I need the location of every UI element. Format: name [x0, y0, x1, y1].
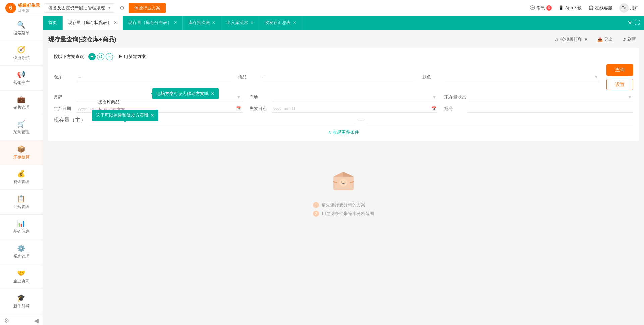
tab-inout-flow-label: 出入库流水 [226, 20, 248, 26]
sidebar-item-inventory[interactable]: 📦 库存核算 [0, 140, 43, 165]
origin-dropdown-icon: ▼ [432, 95, 436, 100]
svg-point-3 [339, 179, 347, 187]
sidebar-collapse-icon[interactable]: ◀ [34, 317, 39, 324]
tab-receive-summary[interactable]: 收发存汇总表 ✕ [259, 16, 302, 30]
collapse-up-icon: ∧ [328, 130, 331, 135]
phone-icon: 📱 [558, 5, 564, 10]
empty-text: 1 请先选择要分析的方案 2 用过滤条件来缩小分析范围 [313, 201, 374, 218]
product-select[interactable]: ··· [261, 73, 415, 81]
qty-max-input[interactable] [366, 116, 633, 124]
sidebar-label-enterprise: 企业协同 [13, 278, 30, 284]
back-scheme-button[interactable]: « [106, 53, 113, 60]
quicknav-icon: 🧭 [17, 46, 25, 54]
marketing-icon: 📢 [17, 70, 25, 78]
settings-icon[interactable]: ⚙ [119, 4, 125, 12]
sidebar-item-sales[interactable]: 💼 销售管理 [0, 91, 43, 115]
sidebar-item-enterprise[interactable]: 🤝 企业协同 [0, 264, 43, 289]
sidebar-settings-icon[interactable]: ⚙ [4, 317, 9, 324]
export-button[interactable]: 📤 导出 [595, 35, 615, 44]
batch-label: 批号 [444, 106, 465, 112]
warehouse-select[interactable]: ··· [76, 73, 231, 81]
tab-inventory-dist-close[interactable]: ✕ [174, 20, 177, 25]
status-select[interactable]: ▼ [469, 93, 633, 101]
tab-inout-flow[interactable]: 出入库流水 ✕ [221, 16, 259, 30]
message-nav-item[interactable]: 💬 消息 6 [530, 5, 552, 11]
sidebar-label-marketing: 营销推广 [13, 80, 30, 86]
filter-header-label: 按以下方案查询 [54, 54, 84, 60]
app-title: 畅通好生意 [18, 3, 40, 8]
step2-text: 用过滤条件来缩小分析范围 [322, 209, 374, 218]
tab-home-label: 首页 [48, 20, 57, 26]
color-label: 颜色 [422, 74, 442, 80]
refresh-scheme-button[interactable]: ↺ [97, 53, 104, 60]
dropdown-arrow-icon: ▼ [108, 6, 111, 10]
expire-date-placeholder: yyyy-mm-dd [273, 106, 295, 111]
system-selector[interactable]: 装备及固定资产辅助管理系统 ▼ [44, 3, 115, 13]
tab-receive-summary-close[interactable]: ✕ [293, 20, 296, 25]
warehouse-dots: ··· [78, 74, 82, 79]
tooltip-pc-close[interactable]: ✕ [211, 91, 215, 96]
close-all-tabs-icon[interactable]: ✕ [628, 20, 632, 26]
tab-inventory-status[interactable]: 现存量（库存状况表） ✕ [63, 16, 123, 30]
tab-batch-ledger-close[interactable]: ✕ [212, 20, 215, 25]
sales-icon: 💼 [17, 95, 25, 103]
sidebar-item-purchase[interactable]: 🛒 采购管理 [0, 115, 43, 140]
filter-batch: 批号 [444, 105, 633, 113]
basics-icon: 📊 [17, 219, 25, 227]
filter-warehouse: 仓库 ··· [54, 73, 231, 81]
tab-batch-ledger-label: 库存批次账 [188, 20, 210, 26]
calendar-icon-expire: 📅 [431, 106, 436, 111]
sidebar-item-guide[interactable]: 🎓 新手引导 [0, 289, 43, 314]
search-button[interactable]: 查询 [606, 64, 633, 76]
tab-batch-ledger[interactable]: 库存批次账 ✕ [183, 16, 221, 30]
batch-input[interactable] [467, 105, 633, 113]
message-label: 消息 [536, 5, 545, 11]
sidebar-label-inventory: 库存核算 [13, 154, 30, 160]
step1-text: 请先选择要分析的方案 [322, 201, 365, 209]
print-button[interactable]: 🖨 按模板打印 ▼ [552, 35, 591, 44]
svg-point-4 [341, 182, 342, 183]
tab-home[interactable]: 首页 [43, 16, 63, 30]
expire-date-input[interactable]: yyyy-mm-dd 📅 [272, 105, 438, 113]
color-select[interactable]: ▼ [445, 73, 600, 81]
service-item[interactable]: 🎧 在线客服 [588, 5, 612, 11]
qty-separator: — [358, 117, 364, 123]
enterprise-icon: 🤝 [17, 269, 25, 277]
fullscreen-icon[interactable]: ⛶ [635, 20, 640, 26]
origin-label: 产地 [249, 94, 269, 100]
user-label: 用户 [630, 5, 639, 11]
user-item[interactable]: Ea 用户 [619, 3, 639, 13]
tab-inout-flow-close[interactable]: ✕ [250, 20, 254, 25]
filter-card: 按以下方案查询 + ↺ « ▶ 电脑端方案 电脑方案可设为移动方案哦 ✕ 这里可… [48, 48, 639, 141]
sidebar-item-operations[interactable]: 📋 经营管理 [0, 190, 43, 215]
tab-inventory-status-close[interactable]: ✕ [114, 20, 117, 25]
size-label: 尺码 [54, 94, 74, 100]
sidebar-item-system[interactable]: ⚙️ 系统管理 [0, 239, 43, 264]
filter-header: 按以下方案查询 + ↺ « ▶ 电脑端方案 [54, 53, 633, 60]
industry-button[interactable]: 体验行业方案 [129, 3, 166, 13]
top-header: 6 畅通好生意 标准版 装备及固定资产辅助管理系统 ▼ ⚙ 体验行业方案 💬 消… [0, 0, 644, 16]
sidebar-item-marketing[interactable]: 📢 营销推广 [0, 66, 43, 91]
operations-icon: 📋 [17, 195, 25, 203]
tab-inventory-dist[interactable]: 现存量（库存分布表） ✕ [123, 16, 183, 30]
sidebar-item-search[interactable]: 🔍 搜索菜单 [0, 16, 43, 41]
system-icon: ⚙️ [17, 244, 25, 252]
refresh-button[interactable]: ↺ 刷新 [620, 35, 639, 44]
add-scheme-button[interactable]: + [88, 53, 96, 60]
filter-expire-date: 失效日期 yyyy-mm-dd 📅 [249, 105, 438, 113]
origin-select[interactable]: ▼ [272, 93, 438, 101]
sidebar-item-quicknav[interactable]: 🧭 快捷导航 [0, 41, 43, 66]
page-title-bar: 现存量查询(按仓库+商品) 🖨 按模板打印 ▼ 📤 导出 ↺ 刷新 [48, 35, 639, 44]
sidebar-item-basics[interactable]: 📊 基础信息 [0, 215, 43, 239]
collapse-bar[interactable]: ∧ 收起更多条件 [54, 127, 633, 136]
scheme-label: ▶ 电脑端方案 [118, 54, 146, 60]
reset-button[interactable]: 设置 [606, 79, 633, 90]
product-dots: ··· [262, 74, 266, 79]
tab-bar: 首页 现存量（库存状况表） ✕ 现存量（库存分布表） ✕ 库存批次账 ✕ 出入库… [43, 16, 644, 30]
tooltip-create-close[interactable]: ✕ [150, 113, 154, 118]
svg-marker-2 [343, 172, 354, 177]
sidebar-item-finance[interactable]: 💰 资金管理 [0, 165, 43, 190]
tab-inventory-status-label: 现存量（库存状况表） [68, 20, 112, 26]
svg-marker-1 [333, 172, 343, 177]
app-download-item[interactable]: 📱 App下载 [558, 5, 582, 11]
